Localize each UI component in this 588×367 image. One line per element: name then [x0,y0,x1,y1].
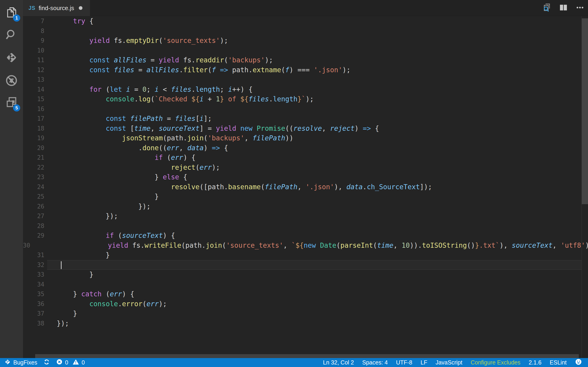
sidebar-item-search[interactable] [0,26,23,44]
code-line-26[interactable]: 26 }); [23,202,588,211]
code-line-24[interactable]: 24 resolve([path.basename(filePath, '.js… [23,182,588,192]
line-number[interactable]: 35 [23,289,47,299]
status-item-indentation[interactable]: Spaces: 4 [362,359,388,366]
status-item-encoding[interactable]: UTF-8 [396,359,412,366]
line-number[interactable]: 27 [23,211,47,221]
line-content[interactable]: }); [47,211,588,221]
line-content[interactable] [47,221,588,231]
code-line-7[interactable]: 7 try { [23,16,588,26]
problems-indicator[interactable]: 0 0 [56,359,85,367]
code-line-23[interactable]: 23 } else { [23,172,588,182]
code-line-27[interactable]: 27 }); [23,211,588,221]
status-item-eol[interactable]: LF [421,359,427,366]
line-number[interactable]: 36 [23,299,47,309]
code-line-37[interactable]: 37 } [23,309,588,319]
line-content[interactable] [47,46,588,56]
line-content[interactable]: }); [47,202,588,211]
line-number[interactable]: 28 [23,221,47,231]
line-content[interactable]: } catch (err) { [47,289,588,299]
code-line-17[interactable]: 17 const filePath = files[i]; [23,114,588,124]
line-content[interactable]: const filePath = files[i]; [47,114,588,124]
code-line-25[interactable]: 25 } [23,192,588,202]
more-actions-button[interactable] [575,3,585,13]
code-line-20[interactable]: 20 .done((err, data) => { [23,143,588,153]
sidebar-item-extensions[interactable]: 5 [0,94,23,111]
line-content[interactable]: console.error(err); [47,299,588,309]
status-item-language-mode[interactable]: JavaScript [435,359,462,366]
code-line-38[interactable]: 38}); [23,319,588,328]
code-line-18[interactable]: 18 const [time, sourceText] = yield new … [23,124,588,133]
code-line-12[interactable]: 12 const files = allFiles.filter(f => pa… [23,65,588,75]
modified-dot-icon[interactable] [79,6,82,10]
sidebar-item-explorer[interactable]: 1 [0,4,23,22]
line-content[interactable]: jsonStream(path.join('backups', filePath… [47,133,588,143]
code-line-11[interactable]: 11 const allFiles = yield fs.readdir('ba… [23,55,588,65]
line-number[interactable]: 33 [23,270,47,280]
code-line-33[interactable]: 33 } [23,270,588,280]
line-content[interactable] [47,280,588,290]
code-line-35[interactable]: 35 } catch (err) { [23,289,588,299]
tab-find-source-js[interactable]: JS find-source.js [23,0,90,16]
split-editor-button[interactable] [558,3,569,13]
line-number[interactable]: 34 [23,280,47,290]
feedback-button[interactable] [575,358,582,367]
code-line-22[interactable]: 22 reject(err); [23,163,588,173]
code-line-19[interactable]: 19 jsonStream(path.join('backups', fileP… [23,133,588,143]
line-content[interactable]: .done((err, data) => { [47,143,588,153]
code-line-21[interactable]: 21 if (err) { [23,153,588,163]
line-number[interactable]: 38 [23,319,47,328]
line-number[interactable]: 30 [23,241,33,250]
code-line-29[interactable]: 29 if (sourceText) { [23,231,588,241]
line-number[interactable]: 15 [23,94,47,104]
line-content[interactable]: } else { [47,172,588,182]
line-number[interactable]: 37 [23,309,47,319]
line-number[interactable]: 23 [23,172,47,182]
code-line-15[interactable]: 15 console.log(`Checked ${i + 1} of ${fi… [23,94,588,104]
line-number[interactable]: 24 [23,182,47,192]
line-content[interactable]: } [47,270,588,280]
code-editor[interactable]: 7 try {89 yield fs.emptyDir('source_text… [23,16,588,358]
line-content[interactable]: const allFiles = yield fs.readdir('backu… [47,55,588,65]
line-content[interactable]: const files = allFiles.filter(f => path.… [47,65,588,75]
line-number[interactable]: 17 [23,114,47,124]
sync-button[interactable] [43,359,50,367]
status-item-version[interactable]: 2.1.6 [529,359,542,366]
vertical-scrollbar[interactable] [582,18,588,204]
line-number[interactable]: 10 [23,46,47,56]
horizontal-scrollbar[interactable] [35,354,579,358]
line-content[interactable]: }); [47,319,588,328]
code-area[interactable]: 7 try {89 yield fs.emptyDir('source_text… [23,16,588,328]
sidebar-item-source-control[interactable] [0,49,23,67]
line-number[interactable]: 21 [23,153,47,163]
code-line-30[interactable]: 30 yield fs.writeFile(path.join('source_… [23,241,588,250]
code-line-16[interactable]: 16 [23,104,588,114]
git-branch-indicator[interactable]: BugFixes [4,359,37,367]
line-content[interactable]: const [time, sourceText] = yield new Pro… [47,124,588,133]
line-content[interactable] [47,104,588,114]
line-number[interactable]: 14 [23,85,47,94]
line-content[interactable]: } [47,192,588,202]
code-line-8[interactable]: 8 [23,26,588,36]
line-content[interactable] [47,260,582,270]
line-number[interactable]: 25 [23,192,47,202]
code-line-9[interactable]: 9 yield fs.emptyDir('source_texts'); [23,36,588,46]
line-number[interactable]: 32 [23,260,47,270]
line-content[interactable] [47,75,588,85]
code-line-10[interactable]: 10 [23,46,588,56]
line-content[interactable]: resolve([path.basename(filePath, '.json'… [47,182,588,192]
code-line-32[interactable]: 32 [23,260,588,270]
code-line-28[interactable]: 28 [23,221,588,231]
line-number[interactable]: 8 [23,26,47,36]
line-number[interactable]: 13 [23,75,47,85]
status-item-cursor-position[interactable]: Ln 32, Col 2 [323,359,354,366]
line-number[interactable]: 20 [23,143,47,153]
open-changes-button[interactable] [542,3,552,13]
line-content[interactable] [47,26,588,36]
line-content[interactable]: } [47,309,588,319]
line-number[interactable]: 11 [23,55,47,65]
line-number[interactable]: 7 [23,16,47,26]
line-number[interactable]: 16 [23,104,47,114]
code-line-14[interactable]: 14 for (let i = 0; i < files.length; i++… [23,85,588,94]
line-content[interactable]: try { [47,16,588,26]
status-item-eslint[interactable]: ESLint [550,359,567,366]
